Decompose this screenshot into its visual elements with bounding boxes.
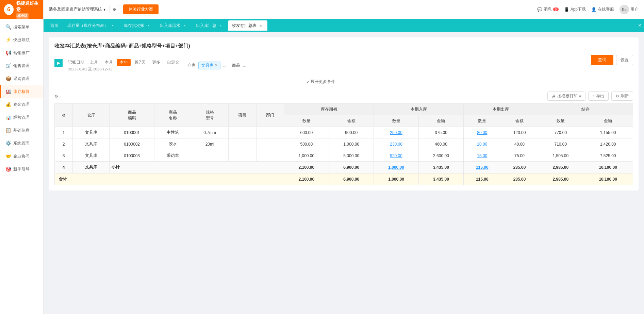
topbar-left: 装备及固定资产辅助管理系统 ▾ ⚙ 体验行业方案 — [49, 4, 159, 14]
date-filter: 记账日期 上月 本月 本年 近7天 更多 自定义 2023 — [68, 59, 182, 72]
app-download-item[interactable]: 📱 App下载 — [564, 6, 586, 12]
row-in-qty[interactable]: 250.00 — [374, 127, 419, 138]
tab-home[interactable]: 首页 — [46, 20, 63, 31]
sub-label: 小计 — [110, 162, 284, 173]
sidebar-item-purchase[interactable]: 📦 采购管理 — [0, 72, 43, 85]
tab-close-batch[interactable]: × — [146, 23, 151, 28]
content-card: 收发存汇总表(按仓库+商品编码+商品+规格型号+项目+部门) ▶ 记账日期 上月… — [49, 37, 639, 191]
sidebar-item-search[interactable]: 🔍 搜索菜单 — [0, 20, 43, 33]
sidebar-item-quicknav[interactable]: ⚡ 快捷导航 — [0, 33, 43, 46]
goods-more[interactable]: ... — [243, 63, 246, 68]
refresh-button[interactable]: ↻ 刷新 — [611, 92, 633, 101]
row-out-qty[interactable]: 80.00 — [463, 127, 501, 138]
user-avatar: Ea — [620, 5, 629, 14]
service-item[interactable]: 👤 在线客服 — [591, 6, 614, 12]
sidebar-logo: 6 畅捷通好生意 标准版 — [0, 0, 43, 19]
row-dept — [256, 138, 284, 150]
sidebar-item-system[interactable]: ⚙️ 系统管理 — [0, 137, 43, 150]
user-item[interactable]: Ea 用户 — [620, 5, 639, 14]
sidebar-item-guide[interactable]: 🎯 新手引导 — [0, 163, 43, 176]
tab-inout-summary[interactable]: 出入库汇总 × — [192, 20, 227, 31]
sidebar-item-basic[interactable]: 📋 基础信息 — [0, 124, 43, 137]
warehouse-tag-remove[interactable]: × — [215, 63, 217, 68]
row-warehouse: 文具库 — [73, 127, 110, 138]
tab-close-stock-dist[interactable]: × — [110, 23, 115, 28]
chevron-down-icon: ▾ — [103, 7, 105, 12]
total-in-qty: 1,000.00 — [374, 173, 419, 185]
warehouse-more[interactable]: ... — [223, 63, 227, 68]
filter-collapse-btn[interactable]: ▶ — [54, 59, 63, 67]
date-this-year[interactable]: 本年 — [117, 59, 131, 66]
tabs-close-all[interactable]: × — [638, 22, 641, 29]
date-more[interactable]: 更多 — [149, 59, 163, 66]
query-button[interactable]: 查询 — [591, 55, 613, 65]
total-out-amt: 235.00 — [501, 173, 538, 185]
date-options: 上月 本月 本年 近7天 更多 自定义 — [87, 59, 182, 66]
gear-icon: ⚙ — [113, 7, 116, 12]
date-last-month[interactable]: 上月 — [87, 59, 101, 66]
finance-icon: 💰 — [5, 101, 11, 108]
tab-batch[interactable]: 库存批次账 × — [120, 20, 155, 31]
row-open-qty: 500.00 — [284, 138, 329, 150]
sidebar-item-sales[interactable]: 🛒 销售管理 — [0, 59, 43, 72]
sidebar-item-corp[interactable]: 🤝 企业协同 — [0, 150, 43, 163]
row-spec: 0.7mm — [191, 127, 229, 138]
row-project — [229, 150, 257, 162]
sidebar-item-finance[interactable]: 💰 资金管理 — [0, 98, 43, 111]
marketing-icon: 📢 — [5, 50, 11, 56]
filter-settings-button[interactable]: 设置 — [616, 55, 633, 65]
tab-recv-send[interactable]: 收发存汇总表 × — [228, 20, 267, 31]
chevron-down-icon: ▾ — [579, 94, 581, 99]
date-7days[interactable]: 近7天 — [132, 59, 148, 66]
trial-button[interactable]: 体验行业方案 — [123, 4, 159, 14]
column-settings-icon[interactable]: ⚙ — [54, 94, 58, 99]
expand-more-btn[interactable]: ∨ 展开更多条件 — [306, 79, 335, 85]
settings-button[interactable]: ⚙ — [110, 5, 119, 14]
tab-close-inout-summary[interactable]: × — [218, 23, 223, 28]
export-button[interactable]: ↑ 导出 — [588, 92, 609, 101]
tab-close-inout-flow[interactable]: × — [182, 23, 187, 28]
row-open-amt: 900.00 — [329, 127, 374, 138]
system-title-dropdown[interactable]: 装备及固定资产辅助管理系统 ▾ — [49, 6, 105, 12]
sub-no: 4 — [55, 162, 73, 173]
service-icon: 👤 — [591, 7, 596, 12]
sidebar-item-inventory[interactable]: 🏭 库存核算 — [0, 85, 43, 98]
warehouse-tag: 文具库 × — [198, 62, 220, 69]
date-custom[interactable]: 自定义 — [164, 59, 182, 66]
total-in-amt: 3,435.00 — [419, 173, 464, 185]
print-button[interactable]: 🖨 按模板打印 ▾ — [547, 92, 585, 101]
sidebar-item-marketing[interactable]: 📢 营销推广 — [0, 46, 43, 59]
row-out-qty[interactable]: 20.00 — [463, 138, 501, 150]
row-out-amt: 120.00 — [501, 127, 538, 138]
row-in-qty[interactable]: 230.00 — [374, 138, 419, 150]
data-table: ⚙ 仓库 商品编码 商品名称 规格型号 项目 部门 库存期初 本期入库 本期出库… — [54, 103, 633, 185]
expand-icon: ∨ — [306, 80, 309, 84]
col-close-qty: 数量 — [538, 115, 583, 127]
sub-warehouse: 文具库 — [73, 162, 110, 173]
row-out-qty[interactable]: 15.00 — [463, 150, 501, 162]
row-name: 采访本 — [154, 150, 191, 162]
date-this-month[interactable]: 本月 — [102, 59, 116, 66]
row-code: 0100001 — [110, 127, 154, 138]
message-item[interactable]: 💬 消息 6 — [537, 6, 559, 12]
sidebar-menu: 🔍 搜索菜单 ⚡ 快捷导航 📢 营销推广 🛒 销售管理 📦 采购管理 🏭 库存核… — [0, 19, 43, 176]
tab-stock-dist[interactable]: 现存量（库存分布表） × — [63, 20, 119, 31]
sales-icon: 🛒 — [5, 63, 11, 69]
page-title: 收发存汇总表(按仓库+商品编码+商品+规格型号+项目+部门) — [54, 43, 633, 49]
sidebar-item-operations[interactable]: 📊 经营管理 — [0, 111, 43, 124]
tab-inout-flow[interactable]: 出入库流水 × — [156, 20, 191, 31]
subtotal-row: 4 文具库 小计 2,100.00 6,900.00 1,000.00 3,43… — [55, 162, 633, 173]
row-name: 中性笔 — [154, 127, 191, 138]
col-settings[interactable]: ⚙ — [55, 104, 73, 127]
topbar: 装备及固定资产辅助管理系统 ▾ ⚙ 体验行业方案 💬 消息 6 📱 App下载 … — [44, 0, 644, 19]
operations-icon: 📊 — [5, 114, 11, 120]
row-dept — [256, 150, 284, 162]
row-in-amt: 460.00 — [419, 138, 464, 150]
tab-close-recv-send[interactable]: × — [259, 23, 263, 28]
total-out-qty: 115.00 — [463, 173, 501, 185]
row-close-qty: 770.00 — [538, 127, 583, 138]
row-code: 0100002 — [110, 138, 154, 150]
col-open-amt: 金额 — [329, 115, 374, 127]
row-in-qty[interactable]: 520.00 — [374, 150, 419, 162]
row-in-amt: 375.00 — [419, 127, 464, 138]
